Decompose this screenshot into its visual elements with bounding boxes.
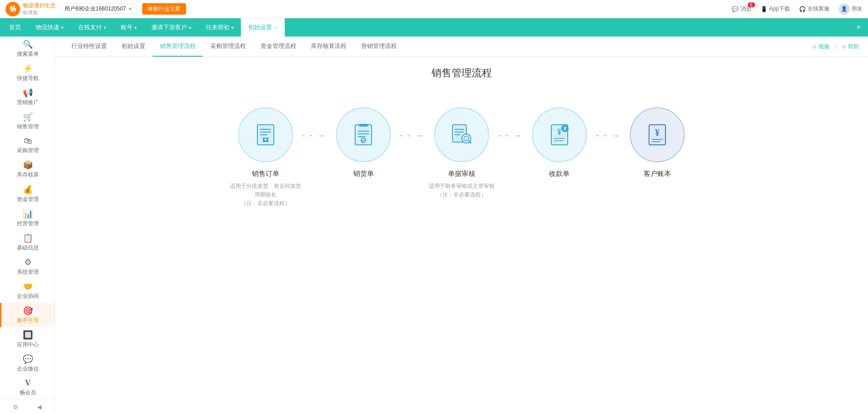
- app-icon: 📱: [761, 6, 767, 12]
- flow-arrow-1: - - →: [302, 107, 327, 141]
- flow-name-delivery-note: 销货单: [353, 170, 374, 178]
- flow-arrow-4: - - →: [596, 107, 621, 141]
- exp-btn[interactable]: 体验行业方案: [142, 3, 186, 15]
- service-btn[interactable]: 🎧 在线客服: [799, 5, 830, 13]
- flow-name-account-book: 客户账本: [644, 170, 671, 178]
- nav-tab-init[interactable]: 初始设置 ×: [241, 18, 285, 37]
- grid-icon: 🔲: [23, 330, 33, 340]
- user-selector[interactable]: 用户690企业1660120507 ▼: [60, 4, 137, 14]
- sidebar-bottom: ⚙ ◀: [0, 399, 54, 414]
- nav-tab-period[interactable]: 往来期初 ▾: [198, 18, 241, 37]
- cart-icon: 🛒: [23, 112, 33, 122]
- message-btn[interactable]: 💬 消息 6: [732, 5, 751, 13]
- sidebar-item-operations[interactable]: 📊 经营管理: [0, 206, 54, 230]
- chevron-down-icon: ▾: [231, 25, 234, 30]
- logo-icon: 畅: [5, 2, 20, 16]
- svg-text:¥: ¥: [557, 127, 561, 137]
- nav-tab-home[interactable]: 首页: [2, 18, 28, 37]
- sidebar-item-basic-info[interactable]: 📋 基础信息: [0, 230, 54, 255]
- top-right-actions: 💬 消息 6 📱 App下载 🎧 在线客服 👤 用友: [732, 4, 863, 15]
- navbar-close-btn[interactable]: ×: [849, 23, 868, 32]
- nav-tab-account[interactable]: 账号 ▾: [113, 18, 144, 37]
- svg-text:¥: ¥: [655, 127, 660, 138]
- page-title: 销售管理流程: [64, 66, 859, 80]
- sidebar-item-wechat[interactable]: 💬 企业微信: [0, 351, 54, 376]
- flow-circle-receipt[interactable]: ¥ ¥: [532, 107, 587, 162]
- nav-tab-payment[interactable]: 在线支付 ▾: [71, 18, 113, 37]
- flow-name-sales-order: 销售订单: [252, 170, 279, 178]
- app-download-btn[interactable]: 📱 App下载: [761, 5, 790, 13]
- main-content: 行业特性设置 初始设置 销售管理流程 采购管理流程 资金管理流程 库存核算流程 …: [55, 37, 868, 414]
- vip-icon: V: [25, 378, 31, 388]
- box-icon: 📦: [23, 160, 33, 170]
- collapse-icon[interactable]: ◀: [37, 403, 42, 410]
- sub-tab-purchase-flow[interactable]: 采购管理流程: [203, 37, 253, 57]
- sub-tab-inventory-flow[interactable]: 库存核算流程: [304, 37, 354, 57]
- flow-item-receipt: ¥ ¥ 收款单: [523, 107, 596, 182]
- nav-bar: 首页 物流快递 ▾ 在线支付 ▾ 账号 ▾ 邀请下游客户 ▾ 往来期初 ▾ 初始…: [0, 18, 868, 37]
- flow-circle-delivery-note[interactable]: [336, 107, 391, 162]
- sidebar-item-app-center[interactable]: 🔲 应用中心: [0, 327, 54, 351]
- main-layout: 🔍 搜索菜单 ⚡ 快捷导航 📢 营销推广 🛒 销售管理 🛍 采购管理 📦 库存核…: [0, 37, 868, 414]
- sidebar-item-guide[interactable]: 🎯 新手引导: [0, 303, 54, 327]
- svg-rect-7: [355, 125, 372, 145]
- sidebar-item-purchase[interactable]: 🛍 采购管理: [0, 133, 54, 157]
- flow-circle-sales-order[interactable]: [238, 107, 293, 162]
- megaphone-icon: 📢: [23, 88, 33, 98]
- sub-tab-sales-flow[interactable]: 销售管理流程: [153, 37, 203, 57]
- message-icon: 💬: [732, 6, 739, 12]
- flow-arrow-2: - - →: [400, 107, 425, 141]
- sub-tab-finance-flow[interactable]: 资金管理流程: [253, 37, 304, 57]
- svg-line-19: [469, 141, 471, 143]
- nav-tab-logistics[interactable]: 物流快递 ▾: [28, 18, 71, 37]
- sub-tab-init[interactable]: 初始设置: [114, 37, 153, 57]
- sub-tab-marketing-flow[interactable]: 营销管理流程: [354, 37, 404, 57]
- bag-icon: 🛍: [24, 136, 32, 146]
- chevron-down-icon: ▾: [134, 25, 137, 30]
- flow-name-receipt: 收款单: [549, 170, 570, 178]
- sidebar-item-vip[interactable]: V 畅会员: [0, 376, 54, 399]
- sub-tabs: 行业特性设置 初始设置 销售管理流程 采购管理流程 资金管理流程 库存核算流程 …: [55, 37, 868, 57]
- sidebar-item-marketing[interactable]: 📢 营销推广: [0, 85, 54, 109]
- content-area: 销售管理流程: [55, 57, 868, 414]
- user-label: 用户690企业1660120507: [64, 5, 126, 13]
- flow-name-audit: 单据审核: [448, 170, 475, 178]
- logo: 畅 畅捷通好生意 标准版: [5, 2, 60, 16]
- help-btn[interactable]: ⊙ 帮助: [842, 43, 859, 51]
- flow-diagram: 销售订单 适用于分批发货、有合同发货周期较长（注：非必要流程） - - →: [64, 107, 859, 208]
- sidebar-item-finance[interactable]: 💰 资金管理: [0, 181, 54, 206]
- settings-icon[interactable]: ⚙: [13, 403, 18, 410]
- message-badge: 6: [748, 2, 755, 7]
- svg-text:¥: ¥: [564, 126, 566, 131]
- logo-text: 畅捷通好生意 标准版: [23, 2, 56, 16]
- sidebar-item-quick-nav[interactable]: ⚡ 快捷导航: [0, 61, 54, 85]
- sidebar-item-system[interactable]: ⚙ 系统管理: [0, 255, 54, 279]
- nav-tab-invite[interactable]: 邀请下游客户 ▾: [144, 18, 198, 37]
- lightning-icon: ⚡: [23, 64, 33, 74]
- user-avatar-btn[interactable]: 👤 用友: [839, 4, 863, 15]
- sidebar-item-sales[interactable]: 🛒 销售管理: [0, 109, 54, 133]
- top-bar: 畅 畅捷通好生意 标准版 用户690企业1660120507 ▼ 体验行业方案 …: [0, 0, 868, 18]
- flow-desc-sales-order: 适用于分批发货、有合同发货周期较长（注：非必要流程）: [229, 182, 302, 208]
- sidebar-item-collab[interactable]: 🤝 企业协同: [0, 279, 54, 303]
- chart-icon: 📊: [23, 209, 33, 219]
- chevron-down-icon: ▾: [104, 25, 106, 30]
- sidebar-item-inventory[interactable]: 📦 库存核算: [0, 157, 54, 181]
- flow-circle-audit[interactable]: [434, 107, 489, 162]
- tab-close-icon[interactable]: ×: [275, 25, 277, 30]
- gear-icon: ⚙: [24, 257, 32, 267]
- video-btn[interactable]: ⊙ 视频: [812, 43, 829, 51]
- target-icon: 🎯: [23, 306, 33, 316]
- money-icon: 💰: [23, 185, 33, 195]
- sub-tab-industry[interactable]: 行业特性设置: [64, 37, 114, 57]
- flow-desc-audit: 适用于财务审核或主管审核（注：非必要流程）: [429, 182, 495, 199]
- svg-rect-8: [359, 124, 368, 127]
- chevron-down-icon: ▾: [189, 25, 191, 30]
- flow-item-delivery-note: 销货单: [327, 107, 400, 182]
- headset-icon: 🎧: [799, 6, 806, 12]
- sidebar-item-search[interactable]: 🔍 搜索菜单: [0, 37, 54, 61]
- wechat-icon: 💬: [23, 354, 33, 364]
- search-icon: 🔍: [23, 39, 33, 49]
- dropdown-arrow-icon: ▼: [128, 6, 133, 11]
- flow-circle-account-book[interactable]: ¥: [630, 107, 685, 162]
